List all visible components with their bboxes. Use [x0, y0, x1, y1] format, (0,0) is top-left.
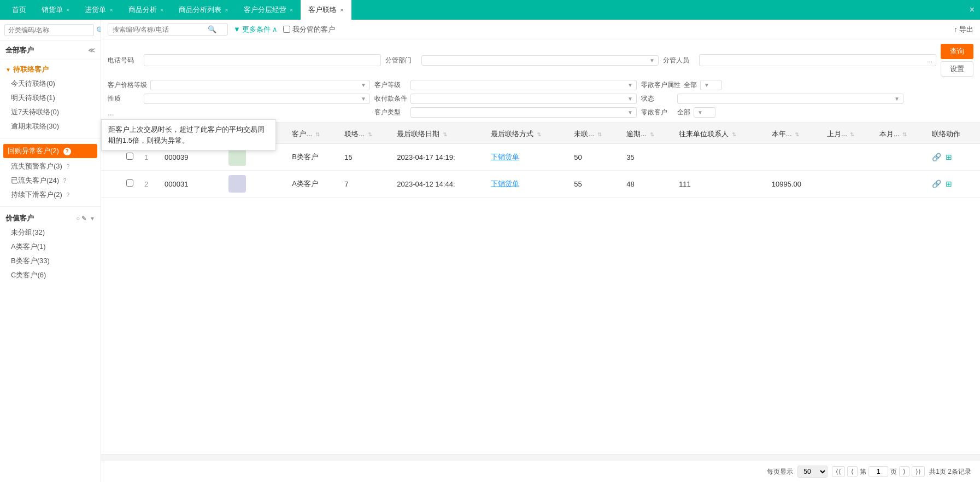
- action-link-icon[interactable]: 🔗: [932, 179, 941, 188]
- sidebar-search-area: 🔍: [0, 20, 101, 41]
- search-icon[interactable]: 🔍: [208, 25, 216, 33]
- sidebar-divider-1: [0, 138, 101, 138]
- filter-retail-customer: 零散客户 全部 ▼: [641, 107, 903, 118]
- col-overdue[interactable]: 逾期... ⇅: [621, 125, 673, 144]
- nav-home[interactable]: 首页: [4, 0, 34, 20]
- sidebar-item-today[interactable]: 今天待联络(0): [0, 77, 101, 91]
- value-group-title[interactable]: 价值客户 ○ ✎ ▼: [0, 211, 101, 225]
- last-method-link[interactable]: 下销货单: [491, 179, 519, 188]
- sidebar-item-overdue[interactable]: 逾期未联络(30): [0, 119, 101, 133]
- window-close-button[interactable]: ×: [970, 5, 975, 15]
- my-customers-checkbox[interactable]: [283, 26, 290, 33]
- gender-select[interactable]: ▼: [144, 94, 370, 104]
- sidebar-item-loss-warning[interactable]: 流失预警客户(3) ?: [0, 159, 101, 173]
- action-grid-icon[interactable]: ⊞: [946, 179, 952, 188]
- horizontal-scrollbar[interactable]: [101, 454, 980, 461]
- more-conditions-btn[interactable]: ▼ 更多条件 ∧: [233, 25, 278, 34]
- sidebar-item-unclassified[interactable]: 未分组(32): [0, 225, 101, 240]
- search-bar: 🔍 ▼ 更多条件 ∧ 我分管的客户 ↑ 导出: [101, 20, 980, 39]
- col-level[interactable]: 客户... ⇅: [286, 125, 339, 144]
- value-group-edit[interactable]: ○ ✎: [76, 215, 86, 222]
- pay-condition-select[interactable]: ▼: [410, 94, 637, 104]
- query-button[interactable]: 查询: [941, 44, 973, 59]
- sidebar-item-b-class[interactable]: B类客户(33): [0, 254, 101, 268]
- row-contact-person: 111: [673, 171, 766, 198]
- col-last-month[interactable]: 上月... ⇅: [821, 125, 874, 144]
- customer-type-select[interactable]: ▼: [410, 107, 637, 118]
- row-last-date: 2023-04-12 14:44:: [391, 171, 485, 198]
- close-sales-tab[interactable]: ×: [66, 7, 69, 13]
- retail-customer-select[interactable]: ▼: [694, 107, 715, 118]
- first-page-btn[interactable]: ⟨⟨: [832, 466, 845, 477]
- col-contact-person[interactable]: 往来单位联系人 ⇅: [673, 125, 766, 144]
- loss-warning-info: ?: [67, 164, 70, 170]
- sidebar-all-customers-header[interactable]: 全部客户 ≪: [0, 41, 101, 60]
- price-level-select[interactable]: ▼: [150, 80, 370, 90]
- nav-product-analysis-list[interactable]: 商品分析列表 ×: [171, 0, 236, 20]
- sidebar-item-repurchase[interactable]: 回购异常客户(2) ?: [3, 144, 97, 158]
- nav-product-analysis[interactable]: 商品分析 ×: [121, 0, 171, 20]
- sidebar-search-icon[interactable]: 🔍: [96, 26, 101, 34]
- sidebar-item-declining[interactable]: 持续下滑客户(2) ?: [0, 188, 101, 202]
- sidebar-search-input[interactable]: [4, 24, 94, 36]
- sidebar-item-7days[interactable]: 近7天待联络(0): [0, 105, 101, 119]
- prev-page-btn[interactable]: ⟨: [847, 466, 858, 477]
- last-method-link[interactable]: 下销货单: [491, 153, 519, 161]
- close-product-analysis-tab[interactable]: ×: [160, 7, 163, 13]
- sidebar-divider-2: [0, 206, 101, 207]
- person-select[interactable]: ...: [699, 54, 936, 66]
- row-last-month: [821, 144, 874, 171]
- col-last-date[interactable]: 最后联络日期 ⇅: [391, 125, 485, 144]
- close-purchase-tab[interactable]: ×: [109, 7, 113, 13]
- phone-input[interactable]: [144, 54, 381, 66]
- customer-level-select[interactable]: ▼: [410, 80, 637, 90]
- next-page-btn[interactable]: ⟩: [899, 466, 909, 477]
- retail-attr-select[interactable]: ▼: [700, 80, 722, 90]
- filter-customer-type: 客户类型 ▼: [374, 107, 637, 118]
- row-this-month: [874, 171, 926, 198]
- sidebar-item-lost[interactable]: 已流失客户(24) ?: [0, 173, 101, 188]
- dots-menu-btn[interactable]: ...: [108, 108, 114, 117]
- sidebar-collapse-btn[interactable]: ≪: [88, 47, 95, 54]
- export-button[interactable]: ↑ 导出: [954, 25, 974, 34]
- search-input[interactable]: [113, 26, 206, 33]
- col-this-month[interactable]: 本月... ⇅: [874, 125, 926, 144]
- action-link-icon[interactable]: 🔗: [932, 153, 941, 161]
- row-level: B类客户: [286, 144, 339, 171]
- row-checkbox[interactable]: [126, 179, 133, 187]
- nav-customer-segment[interactable]: 客户分层经营 ×: [236, 0, 301, 20]
- col-this-year[interactable]: 本年... ⇅: [766, 125, 821, 144]
- top-nav: 首页 销货单 × 进货单 × 商品分析 × 商品分析列表 × 客户分层经营 × …: [0, 0, 980, 20]
- sidebar-item-c-class[interactable]: C类客户(6): [0, 268, 101, 282]
- filter-row4-left: ...: [108, 108, 370, 117]
- per-page-select[interactable]: 50 100 200: [797, 466, 828, 478]
- settings-button[interactable]: 设置: [941, 61, 973, 77]
- nav-customer-contact[interactable]: 客户联络 ×: [301, 0, 351, 20]
- nav-sales[interactable]: 销货单 ×: [34, 0, 77, 20]
- col-unpaid[interactable]: 未联... ⇅: [568, 125, 621, 144]
- declining-info: ?: [67, 192, 70, 198]
- dept-select[interactable]: ▼: [421, 55, 659, 66]
- row-actions: 🔗 ⊞: [926, 171, 980, 198]
- pending-group-title[interactable]: ▼ 待联络客户: [0, 62, 101, 77]
- status-select[interactable]: ▼: [677, 94, 903, 104]
- filter-row-1: 电话号码 分管部门 ▼ 分管人员 ...: [108, 44, 973, 77]
- row-checkbox[interactable]: [126, 153, 133, 160]
- sidebar-item-tomorrow[interactable]: 明天待联络(1): [0, 91, 101, 105]
- repurchase-section: 回购异常客户(2) ? 流失预警客户(3) ? 已流失客户(24) ? 持续下滑…: [0, 141, 101, 204]
- nav-purchase[interactable]: 进货单 ×: [77, 0, 120, 20]
- row-last-month: [821, 171, 874, 198]
- close-customer-contact-tab[interactable]: ×: [340, 7, 343, 13]
- last-page-btn[interactable]: ⟩⟩: [912, 466, 925, 477]
- page-number-input[interactable]: [868, 466, 888, 477]
- filter-area: 电话号码 分管部门 ▼ 分管人员 ...: [101, 39, 980, 123]
- sidebar-item-a-class[interactable]: A类客户(1): [0, 240, 101, 254]
- row-number: 2: [139, 171, 159, 198]
- close-customer-segment-tab[interactable]: ×: [290, 7, 293, 13]
- action-grid-icon[interactable]: ⊞: [946, 153, 952, 161]
- table-row: 2 000031 A类客户 7 2023-04-12 14:44: 下销货单 5…: [101, 171, 980, 198]
- close-product-list-tab[interactable]: ×: [225, 7, 228, 13]
- repurchase-tooltip: 距客户上次交易时长，超过了此客户的平均交易周期的1.5倍，则视为异常。: [101, 119, 276, 150]
- col-contact[interactable]: 联络... ⇅: [339, 125, 391, 144]
- col-last-method[interactable]: 最后联络方式 ⇅: [485, 125, 568, 144]
